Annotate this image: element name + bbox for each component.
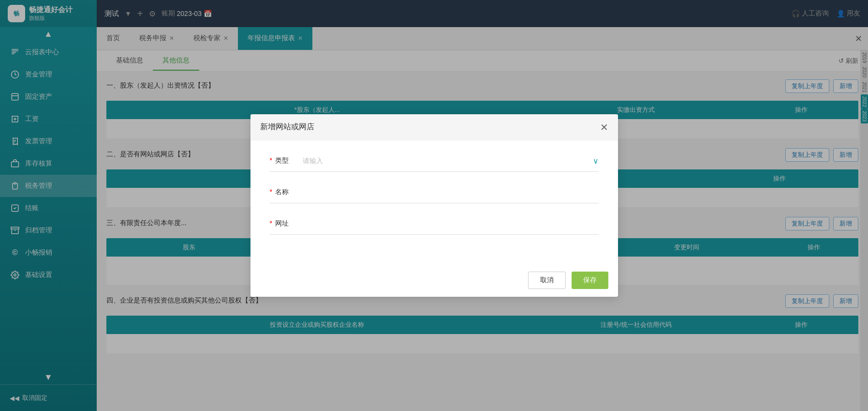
form-label-name: * 名称 (270, 188, 299, 197)
form-label-type: * 类型 (270, 156, 299, 165)
form-label-url: * 网址 (270, 219, 299, 228)
save-button[interactable]: 保存 (572, 272, 608, 289)
modal-overlay[interactable]: 新增网站或网店 ✕ * 类型 ∨ * 名称 (0, 0, 868, 411)
modal-add-website: 新增网站或网店 ✕ * 类型 ∨ * 名称 (250, 114, 618, 297)
modal-footer: 取消 保存 (250, 264, 618, 297)
modal-body: * 类型 ∨ * 名称 * 网址 (250, 140, 618, 264)
url-label-text: 网址 (275, 219, 289, 227)
modal-title: 新增网站或网店 (260, 122, 314, 132)
name-label-text: 名称 (275, 188, 289, 196)
form-field-type: * 类型 ∨ (270, 155, 599, 172)
form-field-url: * 网址 (270, 218, 599, 235)
required-asterisk-name: * (270, 188, 272, 196)
url-input[interactable] (299, 218, 599, 229)
modal-header: 新增网站或网店 ✕ (250, 114, 618, 140)
modal-close-button[interactable]: ✕ (600, 122, 608, 132)
type-dropdown-icon[interactable]: ∨ (593, 156, 599, 166)
form-field-name: * 名称 (270, 186, 599, 203)
type-input[interactable] (299, 155, 593, 167)
required-asterisk-type: * (270, 156, 272, 164)
type-label-text: 类型 (275, 156, 289, 164)
required-asterisk-url: * (270, 219, 272, 227)
cancel-button[interactable]: 取消 (528, 272, 566, 289)
name-input[interactable] (299, 186, 599, 198)
